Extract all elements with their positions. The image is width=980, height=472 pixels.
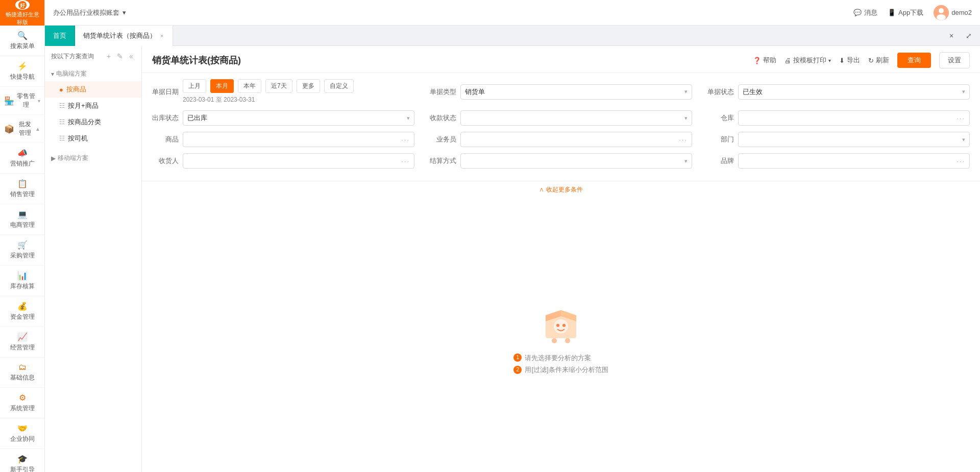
sidebar-item-2[interactable]: 🏪零售管理▾ (0, 87, 44, 115)
industry-selector[interactable]: 办公用品行业模拟账套 ▾ (53, 8, 126, 17)
sidebar-item-8[interactable]: 📊库存核算 (0, 266, 44, 296)
scheme-collapse-btn[interactable]: « (127, 51, 135, 61)
export-label: 导出 (847, 56, 860, 65)
date-this-year-btn[interactable]: 本年 (238, 79, 261, 93)
sidebar-item-7[interactable]: 🛒采购管理 (0, 235, 44, 266)
scheme-item-by-driver[interactable]: ☷ 按司机 (45, 130, 141, 147)
date-this-month-btn[interactable]: 本月 (210, 79, 234, 93)
date-prev-month-btn[interactable]: 上月 (183, 79, 206, 93)
filter-field-goods: 商品 ··· (152, 132, 414, 147)
scheme-add-btn[interactable]: + (105, 51, 113, 61)
sidebar-item-label-2: 零售管理 (16, 92, 36, 109)
svg-text:好: 好 (19, 3, 26, 8)
brand-dots-icon: ··· (957, 157, 965, 165)
tab-minimize-btn[interactable]: × (944, 29, 959, 43)
sidebar-item-5[interactable]: 📋销售管理 (0, 174, 44, 204)
sidebar-item-label-13: 企业协同 (10, 435, 35, 443)
avatar (934, 5, 949, 20)
sidebar-item-13[interactable]: 🤝企业协同 (0, 418, 44, 449)
sidebar-item-icon-10: 📈 (17, 332, 28, 342)
doc-status-label: 单据状态 (707, 87, 738, 97)
help-btn[interactable]: ❓ 帮助 (753, 56, 776, 65)
query-button[interactable]: 查询 (897, 53, 931, 68)
filter-field-salesman: 业务员 ··· (430, 132, 692, 147)
scheme-item-icon-month: ☷ (59, 102, 65, 109)
sidebar-item-1[interactable]: ⚡快捷导航 (0, 56, 44, 87)
goods-dots-icon: ··· (401, 136, 410, 144)
doc-status-arrow-icon: ▾ (962, 88, 965, 95)
tab-close-icon[interactable]: × (159, 32, 164, 40)
scheme-item-by-month-goods[interactable]: ☷ 按月+商品 (45, 98, 141, 114)
doc-status-control[interactable]: 已生效 ▾ (738, 84, 970, 100)
scheme-group-mobile-title[interactable]: ▶ 移动端方案 (45, 151, 141, 166)
date-custom-btn[interactable]: 自定义 (324, 79, 354, 93)
scheme-group-mobile-label: 移动端方案 (58, 154, 88, 162)
scheme-panel-actions: + ✎ « (105, 51, 135, 61)
date-more-btn[interactable]: 更多 (297, 79, 320, 93)
receiver-label: 收货人 (152, 156, 183, 166)
sidebar-item-label-11: 基础信息 (10, 373, 35, 382)
page-title: 销货单统计表(按商品) (152, 54, 241, 66)
page-title-bar: 销货单统计表(按商品) ❓ 帮助 🖨 按模板打印 ▾ ⬇ 导出 (142, 46, 980, 73)
settings-button[interactable]: 设置 (939, 52, 970, 68)
sidebar-item-10[interactable]: 📈经营管理 (0, 327, 44, 358)
doc-status-value: 已生效 (743, 87, 763, 97)
tab-home[interactable]: 首页 (45, 26, 75, 46)
tab-maximize-btn[interactable]: ⤢ (962, 29, 976, 43)
sidebar-item-14[interactable]: 🎓新手引导 (0, 449, 44, 472)
scheme-item-by-goods[interactable]: ● 按商品 (45, 81, 141, 98)
scheme-panel-title: 按以下方案查询 (51, 52, 94, 61)
brand-label: 品牌 (707, 156, 738, 166)
salesman-control[interactable]: ··· (460, 132, 692, 147)
settlement-control[interactable]: ▾ (460, 153, 692, 169)
scheme-item-by-category[interactable]: ☷ 按商品分类 (45, 114, 141, 130)
print-btn[interactable]: 🖨 按模板打印 ▾ (785, 56, 831, 65)
svg-point-3 (939, 8, 944, 13)
sidebar-item-arrow-3: ▲ (35, 126, 40, 132)
app-download-btn[interactable]: 📱 App下载 (888, 8, 923, 17)
sidebar-item-0[interactable]: 🔍搜索菜单 (0, 26, 44, 56)
scheme-group-desktop: ▾ 电脑端方案 ● 按商品 ☷ 按月+商品 ☷ 按商品分类 ☷ 按司机 (45, 64, 141, 149)
dept-control[interactable]: ▾ (738, 132, 970, 147)
scheme-panel: 按以下方案查询 + ✎ « ▾ 电脑端方案 ● 按商品 ☷ 按月 (45, 46, 142, 472)
payment-status-control[interactable]: ▾ (460, 110, 692, 126)
message-btn[interactable]: 💬 消息 (853, 8, 877, 17)
receiver-control[interactable]: ··· (183, 153, 414, 169)
export-btn[interactable]: ⬇ 导出 (839, 56, 860, 65)
doc-type-label: 单据类型 (430, 87, 460, 97)
out-status-arrow-icon: ▾ (407, 115, 410, 122)
scheme-group-desktop-title[interactable]: ▾ 电脑端方案 (45, 66, 141, 81)
doc-type-value: 销货单 (465, 87, 485, 97)
empty-state: 1 请先选择要分析的方案 2 用[过滤]条件来缩小分析范围 (142, 198, 980, 472)
empty-tips: 1 请先选择要分析的方案 2 用[过滤]条件来缩小分析范围 (513, 352, 608, 376)
out-status-control[interactable]: 已出库 ▾ (183, 110, 414, 126)
logo[interactable]: 好 畅捷通好生意标版 (0, 0, 44, 26)
date-range-text: 2023-03-01 至 2023-03-31 (183, 96, 414, 104)
sidebar-item-9[interactable]: 💰资金管理 (0, 296, 44, 327)
sidebar-item-3[interactable]: 📦批发管理▲ (0, 115, 44, 143)
user-menu[interactable]: demo2 (934, 5, 972, 20)
warehouse-label: 仓库 (707, 113, 738, 123)
sidebar-item-12[interactable]: ⚙系统管理 (0, 388, 44, 418)
filter-row-1: 单据日期 上月 本月 本年 近7天 更多 自定义 2023-03-01 至 20… (152, 79, 970, 104)
settlement-label: 结算方式 (430, 156, 460, 166)
tab-sales-report[interactable]: 销货单统计表（按商品） × (75, 26, 173, 46)
tip-num-2: 2 (513, 366, 522, 374)
sidebar-item-6[interactable]: 💻电商管理 (0, 204, 44, 235)
filter-field-brand: 品牌 ··· (707, 153, 970, 169)
collapse-bar[interactable]: ∧ 收起更多条件 (142, 181, 980, 198)
brand-control[interactable]: ··· (738, 153, 970, 169)
goods-control[interactable]: ··· (183, 132, 414, 147)
sidebar-item-icon-13: 🤝 (17, 423, 28, 433)
tab-home-label: 首页 (53, 31, 66, 40)
sidebar-item-4[interactable]: 📣营销推广 (0, 143, 44, 174)
doc-type-control[interactable]: 销货单 ▾ (460, 84, 692, 100)
scheme-item-label-month: 按月+商品 (68, 101, 99, 110)
warehouse-control[interactable]: ··· (738, 110, 970, 126)
refresh-btn[interactable]: ↻ 刷新 (868, 56, 889, 65)
date-recent7-btn[interactable]: 近7天 (265, 79, 292, 93)
dept-arrow-icon: ▾ (962, 136, 965, 143)
scheme-edit-btn[interactable]: ✎ (115, 51, 125, 61)
filter-field-doc-type: 单据类型 销货单 ▾ (430, 84, 692, 100)
sidebar-item-11[interactable]: 🗂基础信息 (0, 358, 44, 388)
